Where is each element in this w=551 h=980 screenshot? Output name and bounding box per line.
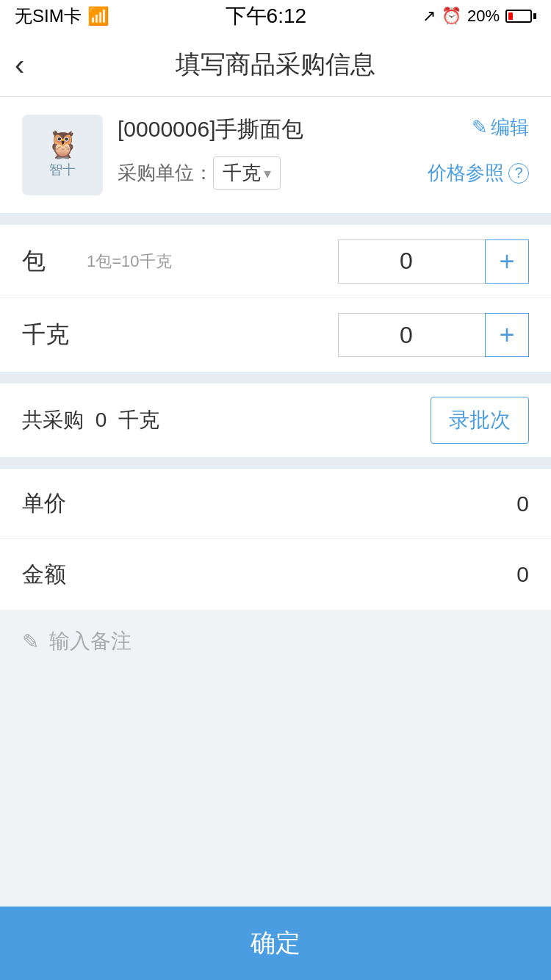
kg-qty-wrap: + xyxy=(338,313,529,357)
note-pencil-icon: ✎ xyxy=(22,630,39,654)
product-name: [0000006]手撕面包 xyxy=(118,115,303,145)
batch-button[interactable]: 录批次 xyxy=(431,397,529,444)
product-image: 🦉 智十 xyxy=(22,115,103,195)
product-info: [0000006]手撕面包 ✎ 编辑 采购单位： 千克 ▾ 价格参照 ? xyxy=(118,115,529,190)
bao-sublabel: 1包=10千克 xyxy=(87,251,172,273)
bao-qty-wrap: + xyxy=(338,239,529,284)
status-right: ↗ ⏰ 20% xyxy=(422,7,536,26)
bottom-spacer xyxy=(0,673,551,820)
amount-row: 金额 0 xyxy=(0,539,551,610)
brand-label: 智十 xyxy=(49,161,76,179)
amount-label: 金额 xyxy=(22,560,66,590)
status-left: 无SIM卡 📶 xyxy=(15,4,109,28)
kg-input-row: 千克 + xyxy=(0,298,551,372)
confirm-bar[interactable]: 确定 xyxy=(0,907,551,980)
edit-button[interactable]: ✎ 编辑 xyxy=(472,115,529,140)
status-time: 下午6:12 xyxy=(226,2,307,30)
page-title: 填写商品采购信息 xyxy=(176,48,375,82)
bao-label: 包 xyxy=(22,245,81,278)
section-separator-2 xyxy=(0,372,551,383)
bao-input-row: 包 1包=10千克 + xyxy=(0,225,551,298)
quantity-input-section: 包 1包=10千克 + 千克 + xyxy=(0,225,551,372)
note-row[interactable]: ✎ 输入备注 xyxy=(0,610,551,673)
unit-price-row: 单价 0 xyxy=(0,469,551,539)
battery-percent: 20% xyxy=(467,7,500,26)
price-ref-label: 价格参照 xyxy=(428,160,504,186)
battery-icon xyxy=(505,10,536,23)
carrier-text: 无SIM卡 xyxy=(15,4,82,28)
kg-plus-button[interactable]: + xyxy=(485,313,529,357)
back-button[interactable]: ‹ xyxy=(15,50,24,79)
info-section: 单价 0 金额 0 xyxy=(0,469,551,610)
total-quantity: 0 xyxy=(96,408,107,431)
unit-dropdown-arrow: ▾ xyxy=(264,165,271,182)
total-unit: 千克 xyxy=(118,408,159,431)
total-row: 共采购 0 千克 录批次 xyxy=(0,383,551,457)
price-ref-help-icon: ? xyxy=(508,163,529,184)
total-prefix: 共采购 xyxy=(22,408,84,431)
kg-label: 千克 xyxy=(22,319,81,351)
edit-label: 编辑 xyxy=(491,115,529,140)
unit-select[interactable]: 千克 ▾ xyxy=(213,156,281,190)
unit-value: 千克 xyxy=(223,160,261,186)
unit-price-label: 单价 xyxy=(22,489,66,519)
price-ref-button[interactable]: 价格参照 ? xyxy=(428,160,529,186)
product-logo-icon: 🦉 xyxy=(46,131,79,158)
bao-qty-input[interactable] xyxy=(338,239,485,284)
section-separator-1 xyxy=(0,213,551,225)
bao-plus-button[interactable]: + xyxy=(485,239,529,284)
alarm-icon: ⏰ xyxy=(442,7,461,26)
unit-price-value: 0 xyxy=(516,491,529,516)
location-icon: ↗ xyxy=(422,7,436,26)
nav-bar: ‹ 填写商品采购信息 xyxy=(0,32,551,97)
kg-qty-input[interactable] xyxy=(338,313,485,357)
note-placeholder-text: 输入备注 xyxy=(49,627,132,655)
wifi-icon: 📶 xyxy=(87,6,109,26)
amount-value: 0 xyxy=(516,562,529,587)
section-separator-3 xyxy=(0,457,551,469)
confirm-button[interactable]: 确定 xyxy=(251,926,300,960)
status-bar: 无SIM卡 📶 下午6:12 ↗ ⏰ 20% xyxy=(0,0,551,32)
edit-icon: ✎ xyxy=(472,116,488,139)
unit-label: 采购单位： xyxy=(118,160,213,186)
product-card: 🦉 智十 [0000006]手撕面包 ✎ 编辑 采购单位： 千克 ▾ xyxy=(0,97,551,213)
total-label: 共采购 0 千克 xyxy=(22,406,159,434)
